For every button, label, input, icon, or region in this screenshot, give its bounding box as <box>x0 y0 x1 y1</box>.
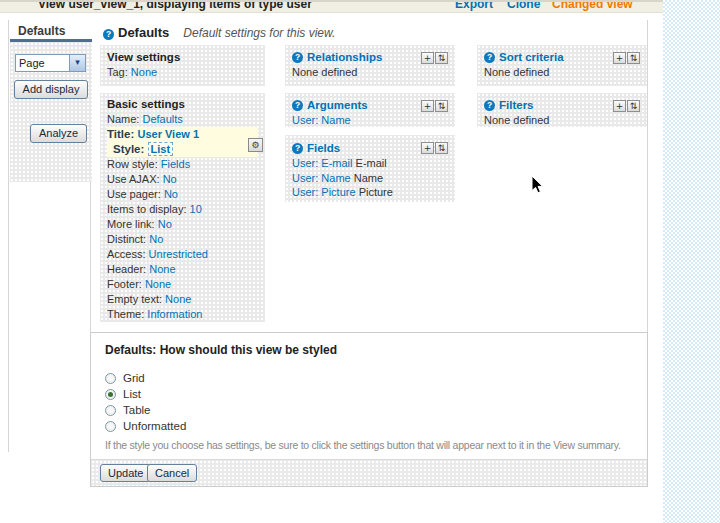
tab-defaults[interactable]: Defaults <box>18 24 65 38</box>
basic-settings-row: Footer: None <box>107 277 258 292</box>
basic-settings-title: Basic settings <box>107 97 258 112</box>
setting-value-link[interactable]: None <box>149 263 175 275</box>
defaults-header-subtitle: Default settings for this view. <box>183 26 335 40</box>
setting-value-link[interactable]: Information <box>147 308 202 320</box>
style-option-grid[interactable]: Grid <box>105 371 145 385</box>
radio-button[interactable] <box>105 389 116 400</box>
filters-title-link[interactable]: Filters <box>499 98 534 113</box>
setting-value-link[interactable]: Fields <box>161 158 190 170</box>
fields-title-link[interactable]: Fields <box>307 141 340 156</box>
basic-settings-row: Use pager: No <box>107 187 258 202</box>
field-item-link[interactable]: User: E-mail <box>292 157 353 169</box>
setting-value-link[interactable]: None <box>165 293 191 305</box>
basic-settings-row: Name: Defaults <box>107 112 258 127</box>
basic-settings-row: Distinct: No <box>107 232 258 247</box>
setting-label: Empty text: <box>107 293 165 305</box>
help-icon[interactable]: ? <box>103 29 114 40</box>
setting-label: Header: <box>107 263 149 275</box>
style-settings-gear-icon[interactable]: ⚙ <box>248 138 263 152</box>
setting-value-link[interactable]: List <box>148 142 174 156</box>
relationships-title-link[interactable]: Relationships <box>307 50 382 65</box>
setting-label: Footer: <box>107 278 145 290</box>
sort-criteria-title-link[interactable]: Sort criteria <box>499 50 564 65</box>
field-item-link[interactable]: User: Name <box>292 172 351 184</box>
field-item-suffix: E-mail <box>353 157 387 169</box>
container-left-border <box>8 20 9 452</box>
basic-settings-rows: Name: DefaultsTitle: User View 1Style: L… <box>107 112 258 322</box>
setting-value-link[interactable]: No <box>149 233 163 245</box>
field-item: User: Name Name <box>292 171 448 186</box>
setting-value-link[interactable]: None <box>145 278 171 290</box>
help-icon[interactable]: ? <box>292 100 303 111</box>
basic-settings-box: Basic settings Name: DefaultsTitle: User… <box>100 93 265 322</box>
update-button[interactable]: Update <box>100 464 151 482</box>
changed-view-link[interactable]: Changed view <box>552 0 633 11</box>
setting-label: Row style: <box>107 158 161 170</box>
style-option-table[interactable]: Table <box>105 403 151 417</box>
sort-criteria-box: ? Sort criteria + ⇅ None defined <box>477 45 647 86</box>
radio-label[interactable]: Unformatted <box>123 420 186 432</box>
add-icon[interactable]: + <box>421 142 434 154</box>
add-display-button[interactable]: Add display <box>14 80 88 99</box>
setting-label: Style: <box>113 143 148 155</box>
tag-value-link[interactable]: None <box>131 66 157 78</box>
radio-label[interactable]: Table <box>123 404 151 416</box>
setting-value-link[interactable]: No <box>164 188 178 200</box>
display-type-select-value: Page <box>19 57 45 69</box>
rearrange-icon[interactable]: ⇅ <box>627 52 640 64</box>
setting-value-link[interactable]: Unrestricted <box>149 248 208 260</box>
arguments-box: ? Arguments + ⇅ User: Name <box>285 93 455 127</box>
field-item: User: E-mail E-mail <box>292 156 448 171</box>
basic-settings-row: Header: None <box>107 262 258 277</box>
style-option-list[interactable]: List <box>105 387 141 401</box>
basic-settings-row: Access: Unrestricted <box>107 247 258 262</box>
radio-label[interactable]: List <box>123 388 141 400</box>
add-icon[interactable]: + <box>613 100 626 112</box>
fields-box: ? Fields + ⇅ User: E-mail E-mailUser: Na… <box>285 135 455 202</box>
defaults-header-title: Defaults <box>118 25 169 40</box>
radio-label[interactable]: Grid <box>123 372 145 384</box>
setting-label: Tag: <box>107 66 128 78</box>
radio-button[interactable] <box>105 405 116 416</box>
add-icon[interactable]: + <box>421 100 434 112</box>
style-form-help-text: If the style you choose has settings, be… <box>105 439 621 451</box>
radio-button[interactable] <box>105 421 116 432</box>
help-icon[interactable]: ? <box>484 100 495 111</box>
dropdown-arrow-icon[interactable]: ▾ <box>69 55 85 71</box>
rearrange-icon[interactable]: ⇅ <box>435 100 448 112</box>
setting-value-link[interactable]: Defaults <box>142 113 182 125</box>
basic-settings-row: Title: User View 1 <box>107 127 258 142</box>
add-icon[interactable]: + <box>421 52 434 64</box>
help-icon[interactable]: ? <box>484 52 495 63</box>
argument-item-link[interactable]: User: Name <box>292 114 351 126</box>
field-item-suffix: Picture <box>356 186 393 198</box>
setting-value-link[interactable]: No <box>158 218 172 230</box>
setting-value-link[interactable]: User View 1 <box>137 128 199 140</box>
basic-settings-row: Theme: Information <box>107 307 258 322</box>
basic-settings-row: More link: No <box>107 217 258 232</box>
field-item-link[interactable]: User: Picture <box>292 186 356 198</box>
rearrange-icon[interactable]: ⇅ <box>435 52 448 64</box>
setting-label: Use AJAX: <box>107 173 163 185</box>
add-icon[interactable]: + <box>613 52 626 64</box>
relationships-box: ? Relationships + ⇅ None defined <box>285 45 455 86</box>
rearrange-icon[interactable]: ⇅ <box>435 142 448 154</box>
arguments-items: User: Name <box>292 113 448 128</box>
rearrange-icon[interactable]: ⇅ <box>627 100 640 112</box>
radio-button[interactable] <box>105 373 116 384</box>
setting-label: Distinct: <box>107 233 149 245</box>
setting-value-link[interactable]: No <box>163 173 177 185</box>
help-icon[interactable]: ? <box>292 52 303 63</box>
export-link[interactable]: Export <box>455 0 493 11</box>
clone-link[interactable]: Clone <box>507 0 540 11</box>
cancel-button[interactable]: Cancel <box>147 464 197 482</box>
help-icon[interactable]: ? <box>292 143 303 154</box>
analyze-button[interactable]: Analyze <box>30 124 87 143</box>
style-option-unformatted[interactable]: Unformatted <box>105 419 186 433</box>
basic-settings-row: Items to display: 10 <box>107 202 258 217</box>
display-type-select[interactable]: Page ▾ <box>15 54 86 72</box>
arguments-title-link[interactable]: Arguments <box>307 98 368 113</box>
basic-settings-row: Row style: Fields <box>107 157 258 172</box>
setting-value-link[interactable]: 10 <box>190 203 202 215</box>
setting-label: Name: <box>107 113 142 125</box>
